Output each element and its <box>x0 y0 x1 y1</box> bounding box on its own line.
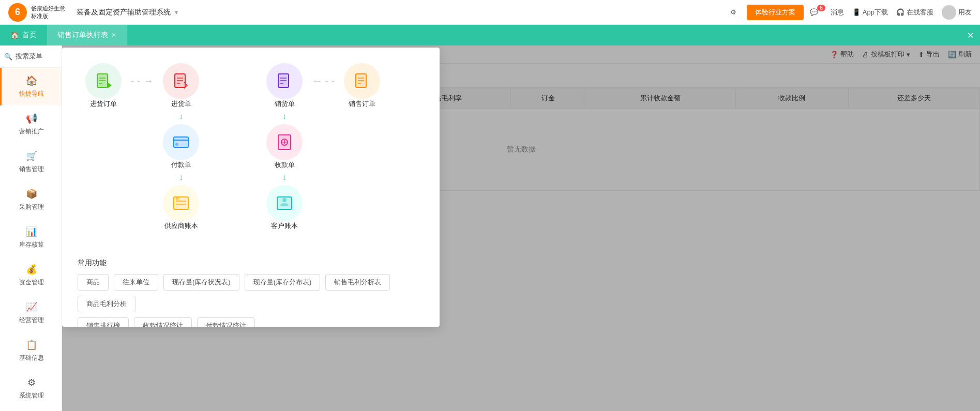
tab-close-icon[interactable]: ✕ <box>111 32 116 39</box>
message-button[interactable]: 💬 6 消息 <box>810 8 844 17</box>
purchase-bill-circle <box>163 63 199 99</box>
customer-account-circle <box>266 185 303 221</box>
func-btn-sales-ranking[interactable]: 销售排行榜 <box>78 317 129 327</box>
sales-bill-label: 销货单 <box>275 99 295 109</box>
sidebar-item-finance[interactable]: 💰 资金管理 <box>0 256 62 294</box>
online-service-label: 在线客服 <box>907 8 933 17</box>
sales-icon: 🛒 <box>26 150 37 162</box>
svg-point-37 <box>282 198 287 202</box>
flow-purchase-bill[interactable]: 进货单 <box>163 63 199 109</box>
flow-purchase-order[interactable]: 进货订单 <box>85 63 122 109</box>
sidebar-item-collab[interactable]: 🤝 企业协同 <box>0 407 62 411</box>
nav-close-icon[interactable]: ✕ <box>967 31 974 40</box>
popup-overlay: 进货订单 - - → 进货单 <box>62 45 980 411</box>
app-download-label: App下载 <box>863 8 888 17</box>
sidebar-item-ops[interactable]: 📈 经营管理 <box>0 294 62 332</box>
supplier-account-circle: 帐 <box>163 185 199 221</box>
flow-sales-bill[interactable]: 销货单 <box>266 63 303 109</box>
func-btn-goods[interactable]: 商品 <box>78 274 109 291</box>
main-content: 🔍 搜索菜单 🏠 快捷导航 📢 营销推广 🛒 销售管理 📦 采购管理 📊 <box>0 45 980 411</box>
sidebar-item-inventory-label: 库存核算 <box>19 240 44 249</box>
sidebar-item-sales-label: 销售管理 <box>19 165 44 174</box>
sidebar-item-inventory[interactable]: 📊 库存核算 <box>0 219 62 256</box>
system-title: 装备及固定资产辅助管理系统 ▾ <box>77 8 720 17</box>
sidebar-item-ops-label: 经营管理 <box>19 316 44 325</box>
svg-point-24 <box>175 143 178 146</box>
arrow-h1: - - → <box>131 75 154 87</box>
tab-sales-order[interactable]: 销售订单执行表 ✕ <box>47 25 127 45</box>
sidebar-item-basic[interactable]: 📋 基础信息 <box>0 332 62 370</box>
service-icon: 🎧 <box>896 8 904 16</box>
quick-nav-icon: 🏠 <box>26 75 37 86</box>
ops-icon: 📈 <box>26 301 37 313</box>
sidebar-item-quick-nav[interactable]: 🏠 快捷导航 <box>0 68 62 105</box>
sales-bill-circle <box>266 63 303 99</box>
popup-box: 进货订单 - - → 进货单 <box>62 48 440 327</box>
func-btn-goods-profit[interactable]: 商品毛利分析 <box>78 296 135 312</box>
arrow-h2: ← - - <box>312 75 335 87</box>
logo-text: 畅康通好生意 标准版 <box>31 5 65 20</box>
svg-text:帐: 帐 <box>176 196 180 201</box>
func-btn-stock-status[interactable]: 现存量(库存状况表) <box>163 274 239 291</box>
basic-icon: 📋 <box>26 339 37 351</box>
purchase-bill-label: 进货单 <box>171 99 191 109</box>
tab-home-label: 首页 <box>22 31 37 40</box>
settings-icon[interactable]: ⚙ <box>726 5 741 20</box>
sidebar-item-system-label: 系统管理 <box>19 391 44 400</box>
search-icon: 🔍 <box>4 53 12 60</box>
home-icon: 🏠 <box>10 31 19 39</box>
system-name: 装备及固定资产辅助管理系统 <box>77 8 171 17</box>
sidebar: 🔍 搜索菜单 🏠 快捷导航 📢 营销推广 🛒 销售管理 📦 采购管理 📊 <box>0 45 62 411</box>
sidebar-item-marketing-label: 营销推广 <box>19 127 44 136</box>
purchase-order-circle <box>85 63 122 99</box>
flow-sales-order[interactable]: 销售订单 <box>344 63 380 109</box>
sidebar-item-sales[interactable]: 🛒 销售管理 <box>0 143 62 181</box>
dropdown-arrow-icon[interactable]: ▾ <box>175 9 178 16</box>
user-area[interactable]: 用友 <box>942 5 972 20</box>
experience-button[interactable]: 体验行业方案 <box>747 5 804 20</box>
func-btn-sales-profit[interactable]: 销售毛利分析表 <box>325 274 390 291</box>
message-badge: 6 <box>817 5 825 11</box>
common-funcs-title: 常用功能 <box>78 258 424 268</box>
system-icon: ⚙ <box>27 377 36 388</box>
app-download-button[interactable]: 📱 App下载 <box>852 8 888 17</box>
tab-home[interactable]: 🏠 首页 <box>0 25 47 45</box>
common-funcs-area: 常用功能 商品 往来单位 现存量(库存状况表) 现存量(库存分布表) 销售毛利分… <box>78 258 424 327</box>
sidebar-item-system[interactable]: ⚙ 系统管理 <box>0 370 62 407</box>
finance-icon: 💰 <box>26 264 37 275</box>
arrow-v3: ↓ <box>179 173 183 182</box>
func-btn-contacts[interactable]: 往来单位 <box>114 274 158 291</box>
arrow-v1: ↓ <box>179 112 183 121</box>
page-area: ❓ 帮助 🖨 按模板打印 ▾ ⬆ 导出 🔄 刷新 <box>62 45 980 411</box>
inventory-icon: 📊 <box>26 226 37 237</box>
nav-tabs: 🏠 首页 销售订单执行表 ✕ ✕ <box>0 25 980 45</box>
func-btn-payment-stats[interactable]: 付款情况统计 <box>197 317 255 327</box>
sidebar-item-purchase-label: 采购管理 <box>19 203 44 211</box>
svg-marker-5 <box>108 82 112 88</box>
func-btn-stock-dist[interactable]: 现存量(库存分布表) <box>245 274 321 291</box>
online-service-button[interactable]: 🎧 在线客服 <box>896 8 933 17</box>
payment-bill-circle <box>163 124 199 160</box>
func-btn-receipt-stats[interactable]: 收款情况统计 <box>134 317 192 327</box>
flow-receipt-bill[interactable]: 收款单 <box>266 124 303 170</box>
receipt-bill-circle <box>266 124 303 160</box>
user-avatar <box>942 5 956 20</box>
sidebar-item-marketing[interactable]: 📢 营销推广 <box>0 105 62 143</box>
arrow-v2: ↓ <box>282 112 287 121</box>
search-menu-label: 搜索菜单 <box>16 52 42 61</box>
sidebar-item-finance-label: 资金管理 <box>19 278 44 287</box>
top-right-area: 💬 6 消息 📱 App下载 🎧 在线客服 用友 <box>810 5 972 20</box>
marketing-icon: 📢 <box>26 113 37 124</box>
func-buttons-row1: 商品 往来单位 现存量(库存状况表) 现存量(库存分布表) 销售毛利分析表 商品… <box>78 274 424 312</box>
flow-supplier-account[interactable]: 帐 供应商账本 <box>163 185 199 231</box>
flow-customer-account[interactable]: 客户账本 <box>266 185 303 231</box>
flow-payment-bill[interactable]: 付款单 <box>163 124 199 170</box>
sidebar-item-purchase[interactable]: 📦 采购管理 <box>0 181 62 219</box>
sales-order-label: 销售订单 <box>349 99 375 109</box>
search-menu[interactable]: 🔍 搜索菜单 <box>0 45 62 68</box>
svg-rect-21 <box>174 137 188 147</box>
tab-sales-order-label: 销售订单执行表 <box>57 31 108 40</box>
sidebar-item-basic-label: 基础信息 <box>19 354 44 362</box>
logo-area: 6 畅康通好生意 标准版 <box>8 3 70 22</box>
sidebar-item-quick-nav-label: 快捷导航 <box>19 89 44 98</box>
